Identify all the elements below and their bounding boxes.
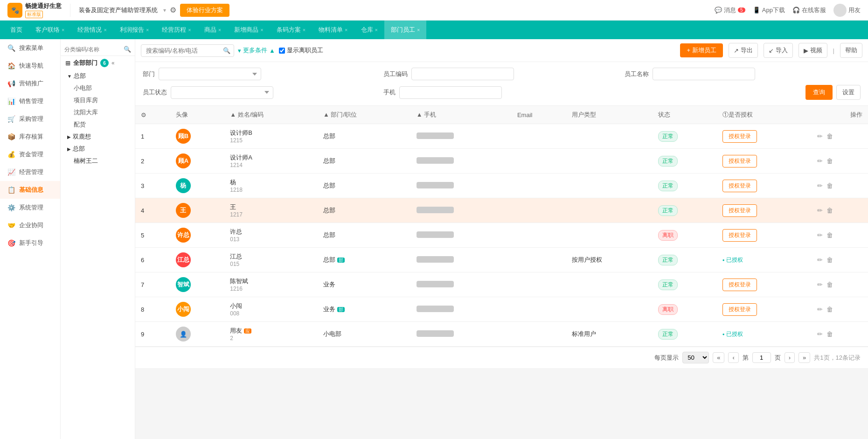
sidebar-item-搜索菜单[interactable]: 🔍搜索菜单 [0, 39, 60, 57]
close-tab-icon[interactable]: × [104, 27, 106, 33]
employee-search-input[interactable] [141, 44, 234, 57]
nav-tab-部门员工[interactable]: 部门员工× [384, 21, 426, 39]
nav-tab-商品[interactable]: 商品× [198, 21, 228, 39]
delete-button[interactable]: 🗑 [826, 157, 833, 165]
import-button[interactable]: ↙ 导入 [764, 43, 793, 58]
settings-icon[interactable]: ⚙ [170, 6, 176, 14]
close-tab-icon[interactable]: × [345, 27, 347, 33]
delete-button[interactable]: 🗑 [826, 207, 833, 214]
edit-button[interactable]: ✏ [817, 182, 823, 189]
dept-child-peihuo[interactable]: 配货 [64, 118, 131, 131]
video-button[interactable]: ▶ 视频 [799, 43, 827, 58]
sidebar-item-库存核算[interactable]: 📦库存核算 [0, 128, 60, 146]
sidebar-item-经营管理[interactable]: 📈经营管理 [0, 163, 60, 181]
emp-code-input[interactable] [411, 68, 514, 80]
online-service-item[interactable]: 🎧 在线客服 [792, 6, 826, 14]
nav-tab-首页[interactable]: 首页 [4, 21, 29, 39]
nav-tab-新增商品[interactable]: 新增商品× [228, 21, 270, 39]
col-dept[interactable]: ▲ 部门/职位 [318, 106, 411, 124]
edit-button[interactable]: ✏ [817, 306, 823, 313]
add-employee-button[interactable]: + 新增员工 [680, 43, 722, 57]
close-tab-icon[interactable]: × [260, 27, 263, 33]
last-page-btn[interactable]: » [799, 352, 810, 363]
dept-group-nanshuwang[interactable]: 楠树王二 [64, 155, 131, 167]
nav-tab-物料清单[interactable]: 物料清单× [312, 21, 354, 39]
dept-child-xiaodianbu[interactable]: 小电部 [64, 82, 131, 94]
sidebar-item-采购管理[interactable]: 🛒采购管理 [0, 110, 60, 128]
edit-button[interactable]: ✏ [817, 330, 823, 338]
message-nav-item[interactable]: 💬 消息 5 [715, 6, 745, 14]
sidebar-item-新手引导[interactable]: 🎯新手引导 [0, 234, 60, 252]
dept-collapse-icon[interactable]: « [111, 60, 115, 66]
auth-login-button[interactable]: 授权登录 [722, 130, 757, 143]
more-filters-btn[interactable]: ▾ 更多条件 ▲ [238, 46, 275, 55]
nav-tab-客户联络[interactable]: 客户联络× [29, 21, 71, 39]
show-resigned-checkbox[interactable] [279, 48, 285, 54]
dept-group-zongbu[interactable]: ▼总部 [64, 70, 131, 82]
per-page-select[interactable]: 50 20 100 [682, 352, 709, 363]
close-tab-icon[interactable]: × [188, 27, 191, 33]
delete-button[interactable]: 🗑 [826, 256, 833, 264]
sidebar-item-企业协同[interactable]: 🤝企业协同 [0, 216, 60, 234]
first-page-btn[interactable]: « [713, 352, 724, 363]
emp-status-select[interactable] [171, 86, 273, 99]
edit-button[interactable]: ✏ [817, 207, 823, 214]
delete-button[interactable]: 🗑 [826, 281, 833, 288]
page-number-input[interactable] [752, 352, 771, 363]
delete-button[interactable]: 🗑 [826, 330, 833, 338]
auth-login-button[interactable]: 授权登录 [722, 180, 757, 192]
nav-tab-利润报告[interactable]: 利润报告× [113, 21, 155, 39]
col-phone[interactable]: ▲ 手机 [411, 106, 512, 124]
edit-button[interactable]: ✏ [817, 256, 823, 264]
close-tab-icon[interactable]: × [146, 27, 149, 33]
dept-all-header[interactable]: ⊞ 全部部门 6 « [61, 56, 135, 70]
app-download-item[interactable]: 📱 App下载 [753, 6, 785, 14]
dept-group-zongbu2[interactable]: ▶总部 [64, 143, 131, 155]
col-name[interactable]: ▲ 姓名/编码 [224, 106, 318, 124]
sidebar-item-营销推广[interactable]: 📢营销推广 [0, 75, 60, 92]
nav-tab-条码方案[interactable]: 条码方案× [270, 21, 312, 39]
emp-name-input[interactable] [653, 68, 755, 80]
col-settings[interactable]: ⚙ [135, 106, 170, 124]
dept-select[interactable] [159, 68, 261, 80]
phone-input[interactable] [399, 86, 502, 99]
close-tab-icon[interactable]: × [62, 27, 64, 33]
auth-login-button[interactable]: 授权登录 [722, 204, 757, 217]
close-tab-icon[interactable]: × [218, 27, 221, 33]
help-button[interactable]: 帮助 [840, 43, 862, 58]
sidebar-item-销售管理[interactable]: 📊销售管理 [0, 92, 60, 110]
delete-button[interactable]: 🗑 [826, 306, 833, 313]
query-button[interactable]: 查询 [806, 85, 833, 100]
close-tab-icon[interactable]: × [375, 27, 378, 33]
dept-search-input[interactable] [64, 46, 124, 53]
sidebar-item-系统管理[interactable]: ⚙️系统管理 [0, 199, 60, 216]
auth-login-button[interactable]: 授权登录 [722, 279, 757, 291]
sidebar-item-资金管理[interactable]: 💰资金管理 [0, 146, 60, 163]
sidebar-item-基础信息[interactable]: 📋基础信息 [0, 181, 60, 199]
delete-button[interactable]: 🗑 [826, 182, 833, 189]
close-tab-icon[interactable]: × [417, 27, 420, 33]
prev-page-btn[interactable]: ‹ [728, 352, 738, 363]
dept-child-shenyangdaku[interactable]: 沈阳大库 [64, 106, 131, 118]
delete-button[interactable]: 🗑 [826, 231, 833, 239]
edit-button[interactable]: ✏ [817, 132, 823, 140]
nav-tab-仓库[interactable]: 仓库× [354, 21, 384, 39]
user-item[interactable]: 用友 [833, 4, 861, 17]
export-button[interactable]: ↗ 导出 [729, 43, 758, 58]
dept-child-xiangmukufang[interactable]: 项目库房 [64, 94, 131, 106]
edit-button[interactable]: ✏ [817, 157, 823, 165]
experience-button[interactable]: 体验行业方案 [180, 4, 229, 17]
sidebar-item-快速导航[interactable]: 🏠快速导航 [0, 57, 60, 75]
next-page-btn[interactable]: › [785, 352, 795, 363]
nav-tab-经营情况[interactable]: 经营情况× [71, 21, 113, 39]
reset-button[interactable]: 设置 [836, 85, 861, 100]
col-auth[interactable]: ①是否授权 [717, 106, 812, 124]
employee-search-icon[interactable]: 🔍 [223, 47, 230, 54]
auth-login-button[interactable]: 授权登录 [722, 229, 757, 242]
delete-button[interactable]: 🗑 [826, 132, 833, 140]
nav-tab-经营历程[interactable]: 经营历程× [155, 21, 197, 39]
auth-login-button[interactable]: 授权登录 [722, 303, 757, 316]
edit-button[interactable]: ✏ [817, 231, 823, 239]
close-tab-icon[interactable]: × [303, 27, 306, 33]
edit-button[interactable]: ✏ [817, 281, 823, 288]
